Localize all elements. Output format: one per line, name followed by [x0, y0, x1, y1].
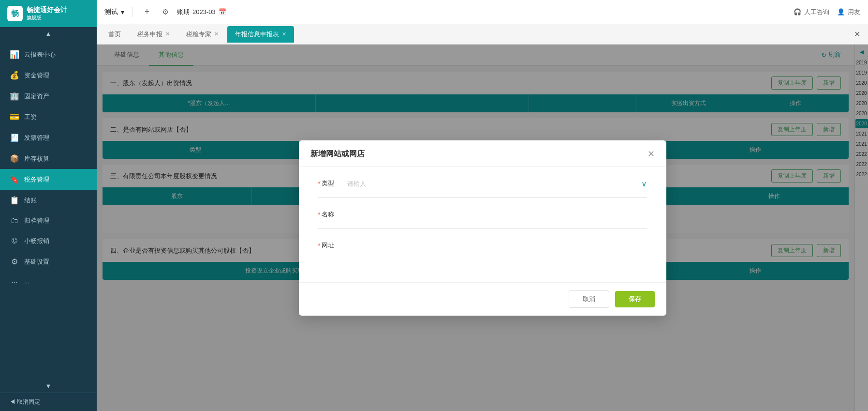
settlement-label: 结账 [24, 196, 37, 205]
tab-label-tax-report: 税务申报 [137, 30, 162, 39]
sidebar-item-xiaochang[interactable]: © 小畅报销 [0, 231, 97, 251]
invoice-mgmt-label: 发票管理 [24, 134, 49, 142]
save-btn[interactable]: 保存 [615, 291, 655, 307]
sidebar-item-settlement[interactable]: 📋 结账 [0, 190, 97, 211]
tab-tax-check[interactable]: 税检专家✕ [178, 26, 226, 43]
archive-mgmt-label: 归档管理 [24, 216, 49, 225]
sidebar-item-payroll[interactable]: 💳 工资 [0, 107, 97, 127]
url-label-text: 网址 [322, 241, 334, 250]
sidebar-item-fund-mgmt[interactable]: 💰 资金管理 [0, 65, 97, 86]
name-input[interactable] [347, 209, 647, 220]
topbar: 测试 ▾ + ⚙ 账期 2023-03 📅 🎧 人工咨询 👤 用友 [97, 0, 868, 24]
type-label: * 类型 [318, 179, 347, 188]
tax-mgmt-label: 税务管理 [24, 175, 49, 184]
invoice-mgmt-icon: 🧾 [10, 133, 19, 142]
period-label: 账期 [177, 8, 190, 16]
tab-close-tax-report[interactable]: ✕ [165, 31, 170, 37]
xiaochang-label: 小畅报销 [24, 237, 49, 245]
calendar-icon[interactable]: 📅 [219, 8, 226, 15]
sidebar-item-fixed-assets[interactable]: 🏢 固定资产 [0, 86, 97, 107]
tab-tax-report[interactable]: 税务申报✕ [130, 26, 177, 43]
tab-home[interactable]: 首页 [101, 26, 129, 43]
more-icon: ··· [10, 278, 19, 287]
tab-bar: 首页税务申报✕税检专家✕年报信息申报表✕✕ [97, 24, 868, 45]
user-icon: 👤 [837, 8, 845, 15]
cloud-reports-icon: 📊 [10, 50, 19, 59]
payroll-label: 工资 [24, 113, 37, 122]
company-selector[interactable]: 测试 ▾ [104, 8, 124, 16]
modal-header: 新增网站或网店 ✕ [299, 140, 666, 167]
type-input-wrapper: ∨ [347, 178, 647, 189]
headset-icon: 🎧 [794, 8, 801, 15]
cancel-btn[interactable]: 取消 [569, 290, 609, 308]
company-dropdown-icon[interactable]: ▾ [121, 8, 124, 16]
main-area: 测试 ▾ + ⚙ 账期 2023-03 📅 🎧 人工咨询 👤 用友 首页税务申报… [97, 0, 868, 411]
settings-btn[interactable]: ⚙ [159, 5, 172, 19]
sidebar-item-inventory[interactable]: 📦 库存核算 [0, 148, 97, 169]
support-label: 人工咨询 [804, 8, 829, 16]
period-value: 2023-03 [192, 8, 216, 15]
modal-close-btn[interactable]: ✕ [647, 150, 655, 158]
url-required: * [318, 242, 321, 249]
user-label: 用友 [848, 8, 860, 16]
type-required: * [318, 180, 321, 187]
topbar-right: 🎧 人工咨询 👤 用友 [794, 8, 860, 16]
fund-mgmt-label: 资金管理 [24, 71, 49, 80]
logo-icon: 畅 [7, 6, 23, 21]
sidebar-unpin-btn[interactable]: ◀ 取消固定 [0, 393, 97, 411]
add-company-btn[interactable]: + [140, 5, 154, 19]
content-area: 基础信息其他信息 ↻ 刷新 一、股东（发起人）出资情况 复制上年度 新增 *股东… [97, 45, 868, 411]
fixed-assets-icon: 🏢 [10, 91, 19, 101]
sidebar-item-cloud-reports[interactable]: 📊 云报表中心 [0, 44, 97, 65]
url-label: * 网址 [318, 241, 347, 250]
archive-mgmt-icon: 🗂 [10, 216, 19, 225]
form-row-type: * 类型 ∨ [318, 178, 647, 198]
basic-settings-label: 基础设置 [24, 258, 49, 266]
settlement-icon: 📋 [10, 196, 19, 205]
type-dropdown-arrow[interactable]: ∨ [641, 179, 647, 188]
sidebar-logo[interactable]: 畅 畅捷通好会计 旗舰版 [0, 0, 97, 27]
user-btn[interactable]: 👤 用友 [837, 8, 860, 16]
sidebar-nav: 📊 云报表中心 💰 资金管理 🏢 固定资产 💳 工资 🧾 发票管理 📦 库存核算… [0, 40, 97, 380]
tab-label-home: 首页 [108, 30, 121, 39]
inventory-icon: 📦 [10, 154, 19, 163]
tab-close-tax-check[interactable]: ✕ [214, 31, 219, 37]
payroll-icon: 💳 [10, 112, 19, 122]
form-row-name: * 名称 [318, 209, 647, 228]
type-label-text: 类型 [322, 179, 334, 188]
sidebar-item-basic-settings[interactable]: ⚙ 基础设置 [0, 251, 97, 272]
support-btn[interactable]: 🎧 人工咨询 [794, 8, 829, 16]
fund-mgmt-icon: 💰 [10, 71, 19, 80]
sidebar-item-invoice-mgmt[interactable]: 🧾 发票管理 [0, 127, 97, 148]
modal-overlay: 新增网站或网店 ✕ * 类型 ∨ [97, 45, 868, 411]
add-website-modal: 新增网站或网店 ✕ * 类型 ∨ [299, 140, 666, 316]
modal-title: 新增网站或网店 [310, 149, 365, 159]
sidebar: 畅 畅捷通好会计 旗舰版 ▲ 📊 云报表中心 💰 资金管理 🏢 固定资产 💳 工… [0, 0, 97, 411]
name-label: * 名称 [318, 210, 347, 219]
sidebar-item-more[interactable]: ··· ··· [0, 272, 97, 292]
sidebar-item-tax-mgmt[interactable]: 🔖 税务管理 [0, 169, 97, 190]
sidebar-scroll-down[interactable]: ▼ [0, 380, 97, 393]
tab-close-annual-report[interactable]: ✕ [282, 31, 286, 37]
fixed-assets-label: 固定资产 [24, 92, 49, 101]
logo-text: 畅捷通好会计 旗舰版 [27, 6, 67, 21]
url-input[interactable] [347, 240, 647, 251]
cloud-reports-label: 云报表中心 [24, 50, 56, 59]
sidebar-item-archive-mgmt[interactable]: 🗂 归档管理 [0, 211, 97, 231]
name-input-wrapper [347, 209, 647, 220]
topbar-divider1 [132, 7, 132, 17]
more-label: ··· [24, 279, 29, 286]
tax-mgmt-icon: 🔖 [10, 175, 19, 184]
company-name: 测试 [104, 8, 118, 16]
name-label-text: 名称 [322, 210, 334, 219]
type-input[interactable] [347, 178, 647, 189]
sidebar-scroll-up[interactable]: ▲ [0, 27, 97, 40]
tab-annual-report[interactable]: 年报信息申报表✕ [227, 26, 294, 43]
xiaochang-icon: © [10, 237, 19, 245]
tab-bar-close-btn[interactable]: ✕ [850, 28, 864, 41]
tab-label-annual-report: 年报信息申报表 [235, 30, 279, 39]
basic-settings-icon: ⚙ [10, 257, 19, 266]
name-required: * [318, 211, 321, 218]
modal-body: * 类型 ∨ * 名称 [299, 167, 666, 282]
period-display: 账期 2023-03 📅 [177, 8, 226, 16]
